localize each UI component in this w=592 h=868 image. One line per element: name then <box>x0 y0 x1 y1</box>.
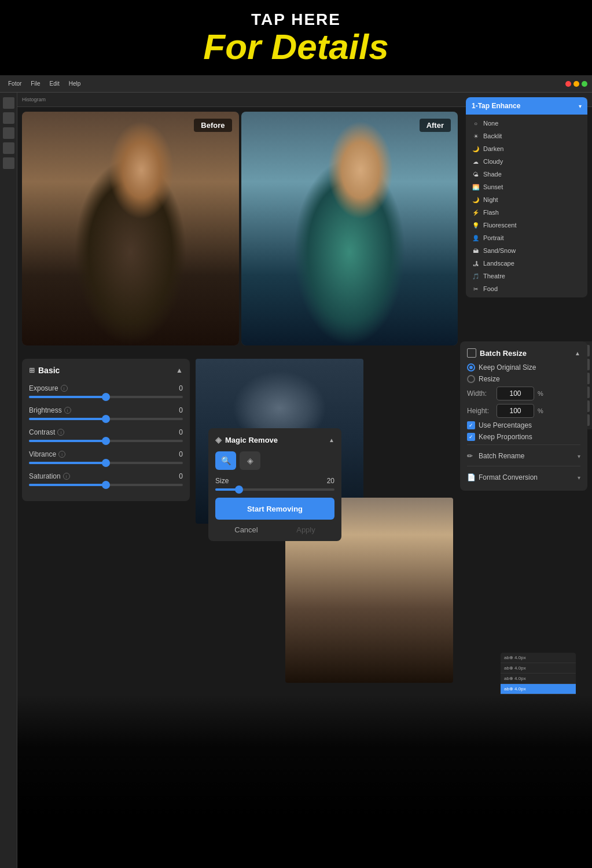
shade-icon: 🌤 <box>472 170 480 178</box>
left-tool-3[interactable] <box>3 127 14 139</box>
layers-panel: ab⊕ 4.0px ab⊕ 4.0px ab⊕ 4.0px ab⊕ 4.0px <box>501 653 576 694</box>
size-slider[interactable] <box>215 488 334 491</box>
basic-panel-header: ⊞ Basic ▲ <box>29 366 183 375</box>
batch-resize-chevron-icon[interactable]: ▲ <box>575 350 580 356</box>
basic-collapse-icon[interactable]: ▲ <box>176 366 183 374</box>
toolbar-fotor[interactable]: Fotor <box>5 79 25 88</box>
contrast-info-icon[interactable]: i <box>57 429 64 436</box>
exposure-slider-track[interactable] <box>29 396 183 398</box>
banner[interactable]: TAP HERE For Details <box>0 0 592 75</box>
sliders-icon: ⊞ <box>29 366 35 374</box>
toolbar-edit[interactable]: Edit <box>46 79 62 88</box>
before-label: Before <box>194 119 231 132</box>
close-icon[interactable] <box>565 81 571 87</box>
layer-item-2[interactable]: ab⊕ 4.0px <box>501 663 576 674</box>
start-removing-button[interactable]: Start Removing <box>215 498 334 520</box>
enhance-item-darken[interactable]: 🌙 Darken <box>466 142 587 155</box>
contrast-slider-track[interactable] <box>29 440 183 442</box>
resize-radio-button[interactable] <box>467 375 475 383</box>
enhance-none-label: None <box>483 120 498 127</box>
enhance-item-fluorescent[interactable]: 💡 Fluorescent <box>466 219 587 231</box>
batch-rename-label: ✏ Batch Rename <box>467 452 524 460</box>
toolbar-help[interactable]: Help <box>65 79 84 88</box>
enhance-item-landscape[interactable]: 🏞 Landscape <box>466 257 587 270</box>
keep-proportions-label: Keep Proportions <box>479 433 532 441</box>
apply-button[interactable]: Apply <box>296 525 315 534</box>
exposure-thumb[interactable] <box>102 393 110 401</box>
keep-original-label: Keep Original Size <box>479 363 536 372</box>
brightness-thumb[interactable] <box>102 415 110 423</box>
format-conversion-chevron-icon: ▾ <box>578 475 580 481</box>
enhance-item-cloudy[interactable]: ☁ Cloudy <box>466 155 587 168</box>
left-tool-5[interactable] <box>3 157 14 169</box>
checkmark-2-icon: ✓ <box>469 434 473 440</box>
height-input[interactable] <box>497 404 534 418</box>
format-conversion-row[interactable]: 📄 Format Conversion ▾ <box>467 471 580 484</box>
enhance-darken-label: Darken <box>483 145 503 152</box>
enhance-item-sandsnow[interactable]: 🏔 Sand/Snow <box>466 244 587 257</box>
basic-panel-title: ⊞ Basic <box>29 366 60 375</box>
left-tool-2[interactable] <box>3 112 14 124</box>
document-icon: 📄 <box>467 473 475 481</box>
keep-original-radio-button[interactable] <box>467 363 475 372</box>
left-tool-4[interactable] <box>3 142 14 154</box>
size-slider-thumb[interactable] <box>235 486 243 494</box>
pencil-icon: ✏ <box>467 452 475 460</box>
enhance-item-shade[interactable]: 🌤 Shade <box>466 168 587 181</box>
cancel-button[interactable]: Cancel <box>234 525 258 534</box>
main-layout: Histogram 110% Before After <box>0 93 592 868</box>
saturation-thumb[interactable] <box>102 481 110 489</box>
enhance-header[interactable]: 1-Tap Enhance ▾ <box>466 97 587 115</box>
width-input[interactable] <box>497 387 534 400</box>
left-tool-1[interactable] <box>3 97 14 109</box>
enhance-item-night[interactable]: 🌙 Night <box>466 193 587 206</box>
enhance-item-none[interactable]: ○ None <box>466 117 587 130</box>
keep-original-radio[interactable]: Keep Original Size <box>467 363 580 372</box>
use-percentages-checkbox[interactable]: ✓ <box>467 421 475 429</box>
minimize-icon[interactable] <box>573 81 579 87</box>
saturation-slider-track[interactable] <box>29 484 183 486</box>
vibrance-info-icon[interactable]: i <box>58 451 65 458</box>
magic-brush-tool[interactable]: 🔍 <box>215 451 236 470</box>
vibrance-thumb[interactable] <box>102 459 110 467</box>
exposure-info-icon[interactable]: i <box>61 385 68 392</box>
enhance-item-sunset[interactable]: 🌅 Sunset <box>466 181 587 193</box>
magic-eraser-tool[interactable]: ◈ <box>240 451 260 470</box>
enhance-item-portrait[interactable]: 👤 Portrait <box>466 231 587 244</box>
enhance-backlit-label: Backlit <box>483 133 502 139</box>
cloudy-icon: ☁ <box>472 157 480 165</box>
layer-item-1[interactable]: ab⊕ 4.0px <box>501 653 576 663</box>
histogram-label: Histogram <box>22 97 46 102</box>
enhance-title: 1-Tap Enhance <box>472 102 520 110</box>
keep-proportions-checkbox[interactable]: ✓ <box>467 433 475 441</box>
batch-resize-panel: Batch Resize ▲ Keep Original Size Resize… <box>460 341 587 491</box>
vibrance-slider-track[interactable] <box>29 462 183 464</box>
theatre-icon: 🎵 <box>472 272 480 280</box>
magic-wand-icon: ◈ <box>215 435 222 444</box>
batch-rename-row[interactable]: ✏ Batch Rename ▾ <box>467 450 580 462</box>
brightness-slider-track[interactable] <box>29 418 183 420</box>
enhance-item-food[interactable]: ✂ Food <box>466 282 587 295</box>
magic-remove-chevron-icon[interactable]: ▲ <box>329 437 334 443</box>
resize-radio[interactable]: Resize <box>467 375 580 383</box>
contrast-thumb[interactable] <box>102 437 110 445</box>
size-row: Size 20 <box>215 477 334 485</box>
enhance-chevron-icon[interactable]: ▾ <box>579 103 582 109</box>
layer-item-4[interactable]: ab⊕ 4.0px <box>501 684 576 694</box>
exposure-fill <box>29 396 106 398</box>
portrait-icon: 👤 <box>472 234 480 242</box>
enhance-item-flash[interactable]: ⚡ Flash <box>466 206 587 219</box>
enhance-item-theatre[interactable]: 🎵 Theatre <box>466 270 587 282</box>
maximize-icon[interactable] <box>582 81 587 87</box>
saturation-info-icon[interactable]: i <box>63 473 70 480</box>
vibrance-value: 0 <box>179 450 183 458</box>
batch-resize-icon <box>467 348 476 358</box>
toolbar-file[interactable]: File <box>27 79 43 88</box>
brightness-value: 0 <box>179 406 183 414</box>
contrast-label: Contrast i <box>29 428 64 436</box>
enhance-item-backlit[interactable]: ☀ Backlit <box>466 130 587 142</box>
use-percentages-row[interactable]: ✓ Use Percentages <box>467 421 580 429</box>
keep-proportions-row[interactable]: ✓ Keep Proportions <box>467 433 580 441</box>
brightness-info-icon[interactable]: i <box>64 407 71 414</box>
layer-item-3[interactable]: ab⊕ 4.0px <box>501 674 576 684</box>
